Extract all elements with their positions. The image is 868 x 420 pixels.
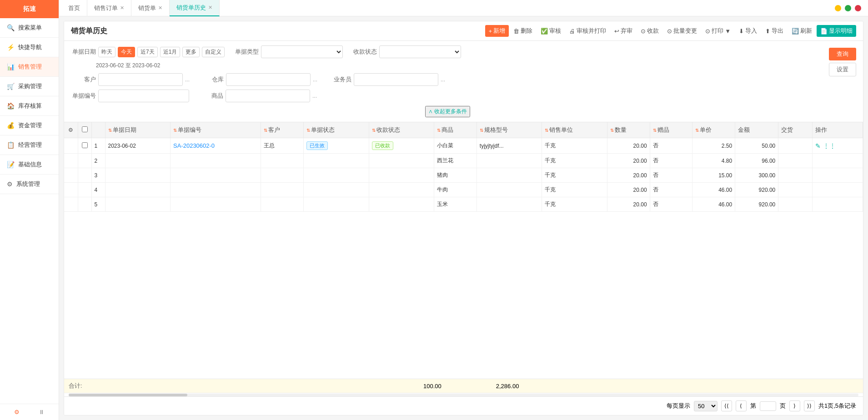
col-doc-status[interactable]: ⇅单据状态 [303,122,369,138]
sidebar-item-label: 销售管理 [18,63,42,71]
query-button[interactable]: 查询 [829,48,856,60]
sidebar-settings-icon[interactable]: ⚙ [14,409,20,415]
sidebar-item-inventory[interactable]: 🏠 库存核算 [0,96,59,116]
page-label: 第 [750,402,756,410]
td-payment-status: 已收款 [369,138,434,154]
page-first-btn[interactable]: ⟨⟨ [721,400,732,411]
export-button[interactable]: ⬆ 导出 [762,25,787,37]
window-maximize-btn[interactable] [845,5,851,11]
td-transaction [778,183,813,197]
sidebar-item-ops-mgmt[interactable]: 📋 经营管理 [0,135,59,155]
col-doc-date[interactable]: ⇅单据日期 [105,122,171,138]
date-btn-7days[interactable]: 近7天 [137,47,158,57]
horizontal-scrollbar[interactable] [64,393,863,396]
tab-sales-order-close[interactable]: ✕ [120,5,124,11]
col-sales-unit[interactable]: ⇅销售单位 [542,122,607,138]
filter-warehouse: 仓库 ... [199,73,317,86]
date-range-group: 昨天 今天 近7天 近1月 更多 自定义 [98,47,225,57]
sidebar-item-search-menu[interactable]: 🔍 搜索菜单 [0,18,59,38]
col-gift[interactable]: ⇅赠品 [650,122,692,138]
batch-change-button[interactable]: ⊙ 批量变更 [663,25,701,37]
tab-sales-history-close[interactable]: ✕ [208,5,212,10]
td-goods: 猪肉 [434,168,477,183]
sidebar-collapse-icon[interactable]: ⏸ [39,409,45,415]
import-button[interactable]: ⬇ 导入 [735,25,761,37]
sidebar-item-fund-mgmt[interactable]: 💰 资金管理 [0,116,59,135]
col-unit-price[interactable]: ⇅单价 [692,122,735,138]
sidebar-item-quick-nav[interactable]: ⚡ 快捷导航 [0,38,59,57]
goods-more-icon[interactable]: ... [312,93,317,99]
abandon-button[interactable]: ↩ 弃审 [611,25,636,37]
col-goods[interactable]: ⇅商品 [434,122,477,138]
audit-print-button[interactable]: 🖨 审核并打印 [566,25,610,37]
sidebar-item-basic-info[interactable]: 📝 基础信息 [0,155,59,175]
row-checkbox[interactable] [82,142,88,148]
sidebar-item-purchase-mgmt[interactable]: 🛒 采购管理 [0,77,59,96]
td-amount: 300.00 [735,168,778,183]
reset-button[interactable]: 设置 [829,63,856,76]
tab-sales-history[interactable]: 销货单历史 ✕ [170,0,220,16]
filter-area: 单据日期 昨天 今天 近7天 近1月 更多 自定义 [64,41,863,122]
sidebar-item-label: 搜索菜单 [18,24,42,32]
page-prev-btn[interactable]: ⟨ [736,400,747,411]
print-button[interactable]: ⊙ 打印 ▼ [702,25,734,37]
collect-button[interactable]: ⊙ 收款 [637,25,662,37]
filter-doc-no: 单据编号 [71,90,189,102]
more-row-icon[interactable]: ⋮⋮ [823,142,836,150]
window-close-btn[interactable] [855,5,861,11]
home-icon: 🏠 [7,102,15,110]
col-spec[interactable]: ⇅规格型号 [477,122,542,138]
collapse-filter-btn[interactable]: ∧ 收起更多条件 [425,106,470,117]
warehouse-label: 仓库 [199,75,224,84]
page-number-input[interactable]: 1 [760,401,776,411]
doc-status-badge: 已生效 [306,141,328,150]
date-btn-1month[interactable]: 近1月 [160,47,181,57]
tab-sales-goods[interactable]: 销货单 ✕ [131,0,170,16]
doc-no-input[interactable] [98,90,189,102]
date-btn-custom[interactable]: 自定义 [202,47,225,57]
delete-button[interactable]: 🗑 删除 [510,25,536,37]
page-next-btn[interactable]: ⟩ [789,400,800,411]
tab-sales-goods-close[interactable]: ✕ [158,5,162,11]
sidebar-item-sales-mgmt[interactable]: 📊 销售管理 [0,57,59,77]
sidebar-item-sys-mgmt[interactable]: ⚙ 系统管理 [0,175,59,194]
tab-home[interactable]: 首页 [61,0,87,16]
col-doc-no[interactable]: ⇅单据编号 [171,122,261,138]
page-size-select[interactable]: 50 20 100 [694,401,717,411]
salesperson-more-icon[interactable]: ... [441,76,445,83]
warehouse-more-icon[interactable]: ... [313,76,317,83]
select-all-checkbox[interactable] [82,126,88,132]
col-customer[interactable]: ⇅客户 [261,122,304,138]
col-payment-status[interactable]: ⇅收款状态 [369,122,434,138]
audit-button[interactable]: ✅ 审核 [537,25,565,37]
tab-sales-order[interactable]: 销售订单 ✕ [87,0,131,16]
payment-status-select[interactable] [379,45,461,58]
page-last-btn[interactable]: ⟩⟩ [804,400,815,411]
customer-more-icon[interactable]: ... [185,76,190,83]
doc-no-link[interactable]: SA-20230602-0 [173,142,215,149]
show-detail-button[interactable]: 📄 显示明细 [817,25,856,37]
customer-input[interactable] [98,73,183,86]
col-quantity[interactable]: ⇅数量 [607,122,650,138]
new-button[interactable]: + 新增 [485,25,509,37]
refresh-button[interactable]: 🔄 刷新 [788,25,816,37]
warehouse-input[interactable] [226,73,311,86]
td-gear [64,138,78,154]
doc-type-select[interactable] [261,45,343,58]
goods-input[interactable] [226,90,310,102]
td-amount: 920.00 [735,197,778,212]
date-btn-more[interactable]: 更多 [182,47,200,57]
return-icon: ↩ [614,28,619,35]
sidebar: 拓速 🔍 搜索菜单 ⚡ 快捷导航 📊 销售管理 🛒 采购管理 🏠 库存核算 💰 … [0,0,59,420]
edit-row-icon[interactable]: ✎ [815,142,821,150]
salesperson-input[interactable] [354,73,438,86]
scrollbar-thumb[interactable] [69,394,187,396]
td-gift: 否 [650,138,692,154]
date-btn-yesterday[interactable]: 昨天 [98,47,115,57]
window-minimize-btn[interactable] [835,5,841,11]
td-doc-no [171,154,261,168]
col-gear[interactable]: ⚙ [64,122,78,138]
date-btn-today[interactable]: 今天 [118,47,135,57]
export-icon: ⬆ [765,28,770,35]
toolbar: + 新增 🗑 删除 ✅ 审核 🖨 审核并打印 [485,25,856,37]
